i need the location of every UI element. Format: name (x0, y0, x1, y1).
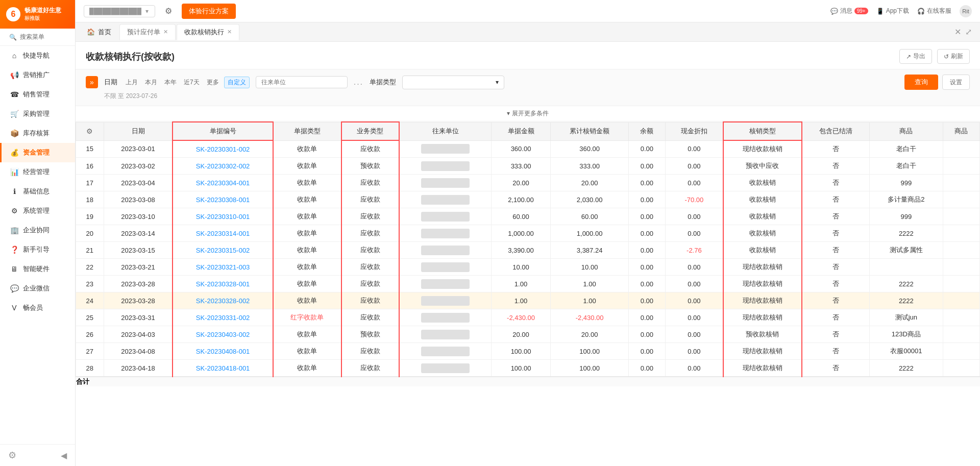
cell-goods: 2222 (870, 276, 943, 292)
sidebar-item-hardware[interactable]: 🖥智能硬件 (0, 259, 75, 279)
voucher-no-link[interactable]: SK-20230418-001 (196, 364, 250, 372)
cell-include-settled: 否 (802, 292, 870, 309)
sidebar-item-system[interactable]: ⚙系统管理 (0, 201, 75, 220)
voucher-no-link[interactable]: SK-20230403-002 (196, 331, 250, 338)
voucher-no-link[interactable]: SK-20230301-002 (196, 145, 250, 153)
close-all-icon[interactable]: ✕ (954, 27, 961, 37)
cell-voucher-type: 收款单 (273, 292, 341, 309)
sidebar-item-purchase[interactable]: 🛒采购管理 (0, 104, 75, 124)
sidebar-item-inventory[interactable]: 📦库存核算 (0, 124, 75, 143)
chevron-down-icon: ▾ (145, 8, 149, 15)
user-btn[interactable]: Rit (960, 5, 972, 17)
sidebar-item-guide[interactable]: ❓新手引导 (0, 240, 75, 259)
refresh-btn[interactable]: ↺ 刷新 (937, 49, 970, 64)
cell-goods2 (943, 360, 979, 377)
voucher-type-select[interactable]: ▾ (402, 76, 504, 89)
date-btn-custom[interactable]: 自定义 (224, 77, 250, 88)
cell-date: 2023-03-28 (104, 292, 173, 309)
cell-cash-discount: 0.00 (666, 360, 723, 377)
date-btn-more[interactable]: 更多 (205, 77, 221, 88)
collapse-icon[interactable]: ◀ (61, 451, 67, 460)
cell-voucher-no: SK-20230315-002 (173, 242, 273, 259)
export-btn[interactable]: ↗ 导出 (899, 49, 932, 64)
tab-prepay[interactable]: 预计应付单 ✕ (119, 24, 176, 40)
col-settings[interactable]: ⚙ (76, 122, 104, 140)
table-row: 20 2023-03-14 SK-20230314-001 收款单 应收款 ██… (76, 225, 980, 242)
cell-include-settled: 否 (802, 208, 870, 225)
online-service-btn[interactable]: 🎧 在线客服 (917, 7, 951, 15)
voucher-no-link[interactable]: SK-20230310-001 (196, 213, 250, 220)
sidebar-icon-marketing: 📢 (10, 71, 19, 79)
sidebar-item-basic[interactable]: ℹ基础信息 (0, 182, 75, 201)
cell-voucher-type: 收款单 (273, 360, 341, 377)
date-btn-this-month[interactable]: 本月 (143, 77, 159, 88)
sidebar-item-member[interactable]: V畅会员 (0, 298, 75, 317)
cell-cash-discount: 0.00 (666, 292, 723, 309)
voucher-no-link[interactable]: SK-20230315-002 (196, 247, 250, 254)
company-select[interactable]: ████████████ ▾ (84, 5, 155, 17)
cell-amount: 2,100.00 (491, 191, 551, 208)
query-btn[interactable]: 查询 (904, 75, 938, 90)
expand-bar[interactable]: ▾ 展开更多条件 (76, 106, 980, 121)
solution-btn[interactable]: 体验行业方案 (182, 4, 236, 19)
tab-writeoff[interactable]: 收款核销执行 ✕ (177, 24, 239, 40)
sidebar-item-quick-nav[interactable]: ⌂快捷导航 (0, 46, 75, 65)
date-btn-this-year[interactable]: 本年 (162, 77, 179, 88)
search-menu[interactable]: 🔍 搜索菜单 (0, 29, 75, 46)
voucher-no-link[interactable]: SK-20230328-002 (196, 297, 250, 305)
cell-include-settled: 否 (802, 140, 870, 158)
voucher-no-link[interactable]: SK-20230331-002 (196, 314, 250, 322)
expand-tabs-icon[interactable]: ⤢ (965, 27, 972, 37)
logo-icon: 6 (6, 7, 20, 21)
voucher-no-link[interactable]: SK-20230328-001 (196, 280, 250, 288)
cell-no: 16 (76, 158, 104, 175)
app-download-btn[interactable]: 📱 App下载 (876, 7, 909, 15)
date-btn-last-month[interactable]: 上月 (124, 77, 140, 88)
table-header-row: ⚙ 日期 单据编号 单据类型 业务类型 往来单位 单据金额 累计核销金额 余额 … (76, 122, 980, 140)
page-header: 收款核销执行(按收款) ↗ 导出 ↺ 刷新 (76, 42, 980, 69)
cell-voucher-no: SK-20230418-001 (173, 360, 273, 377)
gear-icon[interactable]: ⚙ (161, 4, 176, 18)
sidebar-item-company[interactable]: 🏢企业协同 (0, 220, 75, 240)
cell-include-settled: 否 (802, 191, 870, 208)
sidebar-item-operations[interactable]: 📊经营管理 (0, 162, 75, 182)
cell-writeoff-amount: 333.00 (551, 158, 628, 175)
sidebar-item-finance[interactable]: 💰资金管理 (0, 143, 75, 162)
filter-toggle-btn[interactable]: » (86, 76, 98, 88)
cell-amount: 3,390.00 (491, 242, 551, 259)
cell-writeoff-type: 现结收款核销 (723, 309, 802, 326)
setting-btn[interactable]: 设置 (942, 75, 970, 90)
voucher-no-link[interactable]: SK-20230304-001 (196, 179, 250, 187)
cell-customer: ██████ (399, 208, 491, 225)
voucher-no-link[interactable]: SK-20230302-002 (196, 162, 250, 170)
cell-biz-type: 应收款 (341, 343, 400, 360)
col-writeoff-amount: 累计核销金额 (551, 122, 628, 140)
cell-writeoff-type: 现结收款核销 (723, 343, 802, 360)
table-row: 22 2023-03-21 SK-20230321-003 收款单 应收款 ██… (76, 259, 980, 276)
cell-goods: 123D商品 (870, 326, 943, 343)
sidebar-item-wechat[interactable]: 💬企业微信 (0, 279, 75, 298)
date-quick-btns: 上月 本月 本年 近7天 更多 自定义 (124, 77, 250, 88)
table-row: 21 2023-03-15 SK-20230315-002 收款单 应收款 ██… (76, 242, 980, 259)
tab-home[interactable]: 🏠 首页 (80, 24, 118, 40)
voucher-no-link[interactable]: SK-20230408-001 (196, 348, 250, 355)
tab2-close-icon[interactable]: ✕ (227, 29, 232, 35)
settings-gear-icon[interactable]: ⚙ (8, 450, 16, 461)
cell-writeoff-amount: 1.00 (551, 292, 628, 309)
tab1-close-icon[interactable]: ✕ (163, 29, 168, 35)
customer-input[interactable] (256, 76, 348, 88)
sidebar-item-sales[interactable]: ☎销售管理 (0, 85, 75, 104)
message-badge: 99+ (854, 8, 868, 14)
cell-customer: ██████ (399, 292, 491, 309)
voucher-no-link[interactable]: SK-20230321-003 (196, 263, 250, 271)
date-btn-7days[interactable]: 近7天 (182, 77, 202, 88)
cell-no: 28 (76, 360, 104, 377)
voucher-no-link[interactable]: SK-20230308-001 (196, 196, 250, 204)
cell-balance: 0.00 (628, 140, 665, 158)
message-btn[interactable]: 💬 消息 99+ (830, 7, 868, 15)
cell-writeoff-amount: 100.00 (551, 343, 628, 360)
voucher-no-link[interactable]: SK-20230314-001 (196, 230, 250, 237)
sidebar-item-marketing[interactable]: 📢营销推广 (0, 65, 75, 85)
app-sub: 标推版 (24, 15, 61, 22)
cell-goods (870, 259, 943, 276)
